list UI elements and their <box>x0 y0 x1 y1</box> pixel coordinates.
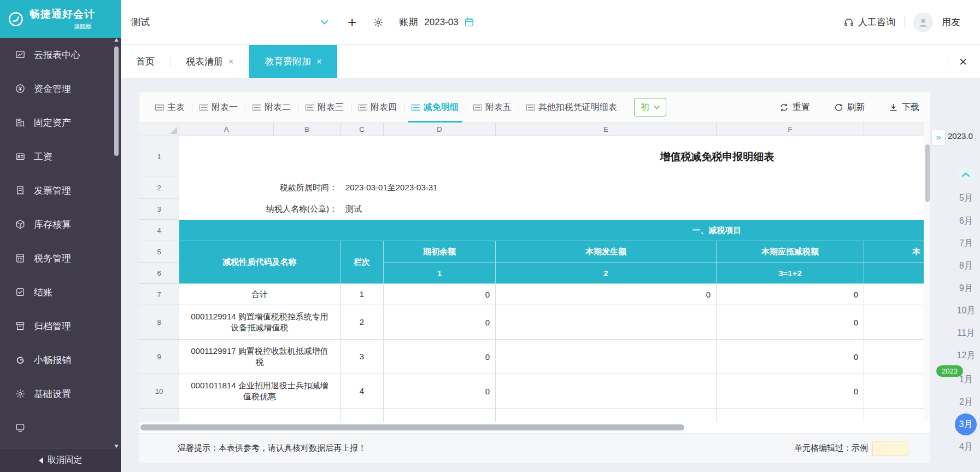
month-item[interactable]: 9月 <box>952 283 980 294</box>
refresh-button[interactable]: 刷新 <box>834 102 865 113</box>
sidebar-scrollbar[interactable] <box>114 42 119 445</box>
month-item[interactable]: 12月 <box>952 350 980 361</box>
month-item[interactable]: 2月 <box>952 397 980 407</box>
close-tab-icon[interactable]: × <box>316 57 321 67</box>
cell-line-no[interactable]: 3 <box>341 340 384 374</box>
column-header[interactable]: C <box>341 123 384 136</box>
cell-line-no[interactable]: 2 <box>341 305 384 340</box>
tab-home[interactable]: 首页 <box>121 45 170 78</box>
select-all-corner[interactable] <box>139 123 179 136</box>
support-button[interactable]: 人工咨询 <box>843 16 895 28</box>
period-value[interactable]: 2023-03 <box>424 17 458 28</box>
row-header[interactable]: 3 <box>139 199 179 220</box>
column-header[interactable] <box>864 123 930 136</box>
cell-name[interactable]: 合计 <box>179 284 341 305</box>
cell-current[interactable]: 0 <box>496 284 717 305</box>
period-field-value[interactable]: 2023-03-01至2023-03-31 <box>341 177 717 199</box>
month-item[interactable]: 10月 <box>952 305 980 316</box>
sheet-tab-appendix-5[interactable]: 附表五 <box>466 92 519 122</box>
cell-line-no[interactable]: 1 <box>341 284 384 305</box>
vertical-scrollbar-thumb[interactable] <box>925 144 930 202</box>
cell-name[interactable]: 0001129917 购置税控收款机抵减增值税 <box>179 340 341 374</box>
row-header[interactable]: 10 <box>139 374 179 409</box>
row-header[interactable]: 4 <box>139 220 179 241</box>
horizontal-scrollbar[interactable] <box>139 422 930 433</box>
month-item[interactable]: 4月 <box>952 441 980 452</box>
month-item[interactable]: 7月 <box>952 238 980 249</box>
month-item[interactable]: 6月 <box>952 215 980 226</box>
cell-opening[interactable]: 0 <box>384 340 496 374</box>
sheet-tab-appendix-4[interactable]: 附表四 <box>351 92 404 122</box>
company-selector[interactable]: 测试 <box>131 16 328 28</box>
cell-current[interactable] <box>496 305 717 340</box>
scroll-down-icon[interactable] <box>114 445 119 448</box>
row-header[interactable]: 7 <box>139 284 179 305</box>
sidebar-item-tax[interactable]: 税务管理 <box>0 241 121 275</box>
unpin-sidebar-button[interactable]: 取消固定 <box>0 448 121 472</box>
sidebar-item-fixed-assets[interactable]: 固定资产 <box>0 106 121 139</box>
close-workspace-icon[interactable]: × <box>959 55 967 68</box>
calendar-icon[interactable] <box>464 17 474 27</box>
sidebar-item-reimburse[interactable]: 小畅报销 <box>0 343 121 377</box>
sheet-tab-appendix-2[interactable]: 附表二 <box>245 92 298 122</box>
cell-opening[interactable]: 0 <box>384 374 496 409</box>
cell-name[interactable]: 0001011814 企业招用退役士兵扣减增值税优惠 <box>179 374 341 409</box>
column-header[interactable]: E <box>496 123 717 136</box>
download-button[interactable]: 下载 <box>889 102 919 113</box>
cell-deductible[interactable]: 0 <box>717 284 864 305</box>
sidebar-item-more[interactable] <box>0 411 121 445</box>
period-type-dropdown[interactable]: 初 <box>634 98 666 116</box>
column-header[interactable]: B <box>274 123 341 136</box>
row-header[interactable]: 9 <box>139 340 179 374</box>
row-header[interactable]: 1 <box>139 136 179 177</box>
cell-opening[interactable]: 0 <box>384 284 496 305</box>
settings-gear-icon[interactable] <box>373 17 384 28</box>
sidebar-item-closing[interactable]: 结账 <box>0 275 121 309</box>
row-header[interactable]: 5 6 <box>139 241 179 284</box>
sidebar-item-settings[interactable]: 基础设置 <box>0 377 121 411</box>
row-header[interactable]: 8 <box>139 305 179 340</box>
month-item-active[interactable]: 3月 <box>955 413 977 435</box>
vertical-scrollbar[interactable] <box>924 123 930 422</box>
column-header[interactable]: F <box>717 123 864 136</box>
add-account-button[interactable]: + <box>348 15 356 30</box>
sidebar-scrollbar-thumb[interactable] <box>114 46 119 156</box>
sheet-tab-other-vouchers[interactable]: 其他扣税凭证明细表 <box>519 92 624 122</box>
cell-name[interactable]: 0001129914 购置增值税税控系统专用设备抵减增值税 <box>179 305 341 340</box>
reset-button[interactable]: 重置 <box>779 102 810 113</box>
month-item[interactable]: 1月 <box>952 374 980 385</box>
close-tab-icon[interactable]: × <box>228 57 233 67</box>
cell-current[interactable] <box>496 340 717 374</box>
month-item[interactable]: 8月 <box>952 260 980 271</box>
sidebar-item-inventory[interactable]: 库存核算 <box>0 207 121 241</box>
report-title[interactable]: 增值税减免税申报明细表 <box>179 136 930 177</box>
sidebar-item-salary[interactable]: 工资 <box>0 139 121 173</box>
cell-deductible[interactable]: 0 <box>717 305 864 340</box>
collapse-months-button[interactable] <box>957 166 975 183</box>
horizontal-scrollbar-thumb[interactable] <box>140 424 684 430</box>
tab-tax-register[interactable]: 税表清册 × <box>171 45 249 78</box>
row-header[interactable]: 2 <box>139 177 179 199</box>
sheet-tab-appendix-3[interactable]: 附表三 <box>298 92 351 122</box>
cell-current[interactable] <box>496 374 717 409</box>
sidebar-item-cloud-reports[interactable]: 云报表中心 <box>0 38 121 72</box>
column-header[interactable]: D <box>384 123 496 136</box>
sidebar-item-funds[interactable]: 资金管理 <box>0 72 121 106</box>
cell-deductible[interactable]: 0 <box>717 374 864 409</box>
row-header[interactable] <box>139 409 179 422</box>
month-item[interactable]: 11月 <box>952 328 980 339</box>
expand-panel-button[interactable]: » <box>931 129 946 145</box>
sheet-tab-appendix-1[interactable]: 附表一 <box>192 92 245 122</box>
avatar[interactable] <box>913 13 933 32</box>
scroll-up-icon[interactable] <box>114 38 119 42</box>
cell-deductible[interactable]: 0 <box>717 340 864 374</box>
cell-line-no[interactable]: 4 <box>341 374 384 409</box>
sidebar-item-archive[interactable]: 归档管理 <box>0 309 121 343</box>
taxpayer-field-value[interactable]: 测试 <box>341 199 717 220</box>
tab-education-surcharge[interactable]: 教育费附加 × <box>249 45 337 78</box>
month-item[interactable]: 5月 <box>952 193 980 203</box>
sheet-tab-main[interactable]: 主表 <box>148 92 192 122</box>
column-header[interactable]: A <box>179 123 274 136</box>
spreadsheet[interactable]: A B C D E F 1 增值税减免税申报明细表 2 税款所属时间： <box>139 123 930 422</box>
sidebar-item-invoice[interactable]: 发票管理 <box>0 173 121 207</box>
